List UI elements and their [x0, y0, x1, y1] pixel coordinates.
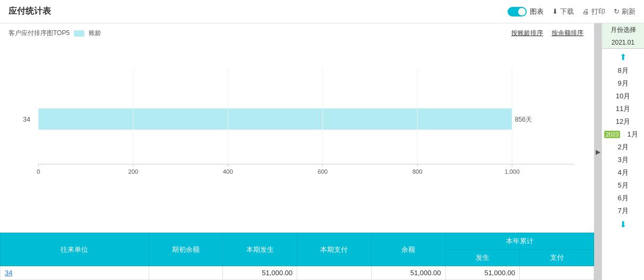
refresh-button[interactable]: ↻ 刷新 [614, 7, 636, 16]
svg-text:200: 200 [128, 168, 138, 175]
month-item-11[interactable]: 11月 [602, 103, 644, 115]
th-ytd-pay: 支付 [520, 250, 594, 266]
th-ytd: 本年累计 [445, 233, 594, 250]
svg-text:856天: 856天 [515, 116, 533, 123]
svg-text:34: 34 [23, 116, 30, 123]
legend-color-label: 账龄 [89, 29, 101, 38]
bar-chart: 34 856天 0 200 400 600 [8, 47, 586, 185]
download-icon: ⬇ [552, 7, 558, 15]
svg-rect-1 [38, 108, 512, 130]
th-opening: 期初余额 [149, 233, 223, 266]
refresh-label: 刷新 [622, 7, 636, 16]
month-sidebar: 月份选择 2021.01 ⬆ 8月 9月 10月 11月 12月 2023 1月… [602, 23, 644, 280]
month-item-10[interactable]: 10月 [602, 90, 644, 103]
legend-color-box [74, 30, 84, 37]
toggle-label: 图表 [530, 7, 544, 16]
sort-by-amount-button[interactable]: 按账龄排序 [509, 28, 545, 39]
svg-text:0: 0 [37, 168, 40, 175]
cell-opening [149, 266, 223, 280]
print-label: 打印 [591, 7, 605, 16]
year-row: 2023 1月 [602, 128, 644, 141]
chart-toggle[interactable] [508, 7, 527, 16]
sidebar-header: 月份选择 [602, 23, 644, 37]
svg-text:1,000: 1,000 [504, 168, 519, 175]
refresh-icon: ↻ [614, 7, 620, 15]
month-item-12[interactable]: 12月 [602, 115, 644, 128]
month-item-5[interactable]: 5月 [602, 179, 644, 192]
cell-current-occur: 51,000.00 [223, 266, 297, 280]
month-item-6[interactable]: 6月 [602, 192, 644, 205]
unit-link[interactable]: 34 [5, 269, 12, 277]
th-unit: 往来单位 [1, 233, 149, 266]
month-item-7[interactable]: 7月 [602, 205, 644, 217]
svg-text:600: 600 [317, 168, 328, 175]
legend-text: 客户应付排序图TOP5 [8, 29, 70, 38]
cell-current-pay [297, 266, 372, 280]
month-item-8[interactable]: 8月 [602, 64, 644, 77]
data-table-section: 往来单位 期初余额 本期发生 本期支付 余额 本年累计 发生 支付 [0, 232, 594, 280]
download-button[interactable]: ⬇ 下载 [552, 7, 574, 16]
page-title: 应付统计表 [8, 6, 51, 17]
cell-ytd-pay [520, 266, 594, 280]
th-current-pay: 本期支付 [297, 233, 372, 266]
download-label: 下载 [560, 7, 574, 16]
chart-container: 34 856天 0 200 400 600 [0, 43, 594, 232]
year-marker: 2023 [604, 131, 620, 138]
month-item-2[interactable]: 2月 [602, 141, 644, 154]
print-icon: 🖨 [582, 7, 589, 15]
sidebar-collapse-button[interactable]: ▶ [594, 23, 602, 280]
table-row: 34 51,000.00 51,000.00 51,000.00 [1, 266, 594, 280]
cell-balance: 51,000.00 [371, 266, 445, 280]
print-button[interactable]: 🖨 打印 [582, 7, 605, 16]
th-balance: 余额 [371, 233, 445, 266]
month-item-9[interactable]: 9月 [602, 77, 644, 90]
th-ytd-occur: 发生 [445, 250, 520, 266]
month-item-4[interactable]: 4月 [602, 166, 644, 179]
svg-text:400: 400 [223, 168, 233, 175]
sidebar-date: 2021.01 [602, 37, 644, 49]
cell-unit: 34 [1, 266, 149, 280]
cell-ytd-occur: 51,000.00 [445, 266, 520, 280]
sidebar-down-button[interactable]: ⬇ [602, 217, 644, 232]
svg-text:800: 800 [413, 168, 423, 175]
th-current-occur: 本期发生 [223, 233, 297, 266]
sidebar-up-button[interactable]: ⬆ [602, 50, 644, 64]
month-item-3[interactable]: 3月 [602, 154, 644, 166]
sort-by-balance-button[interactable]: 按余额排序 [549, 28, 586, 39]
